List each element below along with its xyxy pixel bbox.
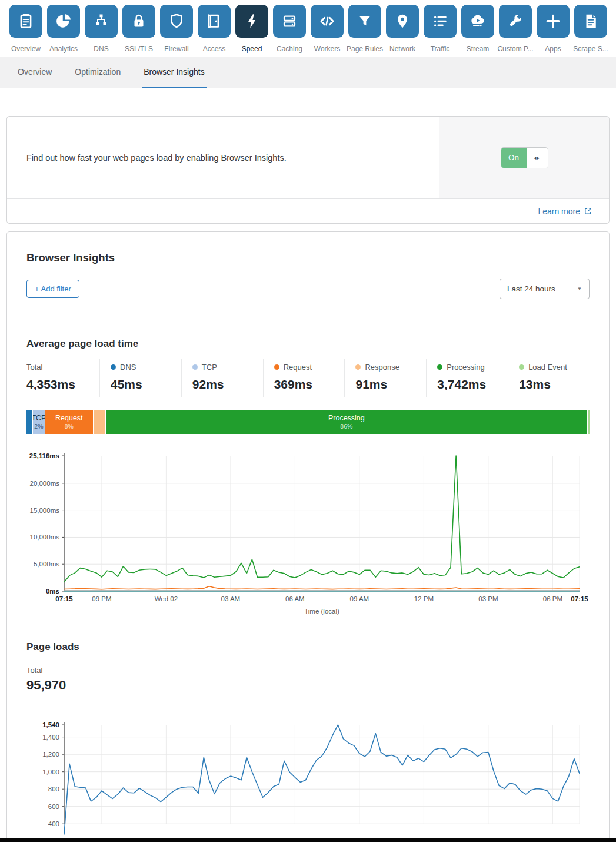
svg-text:07:15: 07:15: [571, 595, 588, 602]
nav-item-speed[interactable]: Speed: [233, 5, 271, 53]
bottom-cutoff-strip: [0, 838, 616, 842]
nav-item-label: Access: [203, 45, 226, 53]
svg-text:600: 600: [48, 803, 59, 810]
legend-dot-icon: [111, 364, 116, 370]
browser-insights-toggle[interactable]: On ◂▸: [501, 147, 548, 168]
external-link-icon: [584, 207, 592, 216]
pie-chart-icon: [47, 5, 80, 38]
nav-item-label: Network: [389, 45, 415, 53]
nav-item-label: Custom P...: [497, 45, 533, 53]
stat-value: 13ms: [519, 377, 590, 392]
shield-icon: [160, 5, 193, 38]
nav-item-firewall[interactable]: Firewall: [158, 5, 195, 53]
nav-item-label: Apps: [545, 45, 561, 53]
card-title: Browser Insights: [26, 251, 590, 264]
bar-segment-label: Request: [55, 414, 83, 423]
nav-item-label: Stream: [467, 45, 490, 53]
toggle-knob[interactable]: ◂▸: [527, 148, 548, 168]
nav-item-overview[interactable]: Overview: [7, 5, 45, 53]
page-loads-total-label: Total: [26, 666, 590, 675]
cloud-play-icon: [461, 5, 494, 38]
nav-item-dns[interactable]: DNS: [82, 5, 120, 53]
bar-segment-dns: [26, 410, 32, 434]
nav-item-analytics[interactable]: Analytics: [45, 5, 82, 53]
nav-item-scrape-s[interactable]: Scrape S...: [572, 5, 610, 53]
nav-item-caching[interactable]: Caching: [271, 5, 308, 53]
toggle-arrows-icon: ◂▸: [534, 155, 540, 161]
stat-total: Total4,353ms: [26, 359, 99, 397]
nav-item-label: Scrape S...: [573, 45, 608, 53]
bar-segment-label: Processing: [328, 414, 365, 423]
time-range-select[interactable]: Last 24 hours ▼: [500, 279, 590, 299]
funnel-icon: [348, 5, 381, 38]
bar-segment-label: TCP: [33, 414, 45, 423]
nav-item-label: SSL/TLS: [125, 45, 153, 53]
legend-dot-icon: [274, 364, 279, 370]
bar-segment-tcp: TCP2%: [33, 410, 45, 434]
stat-label: Load Event: [528, 363, 567, 372]
legend-dot-icon: [192, 364, 198, 370]
tab-overview[interactable]: Overview: [16, 57, 54, 88]
tab-browser-insights[interactable]: Browser Insights: [142, 57, 206, 88]
learn-more-label: Learn more: [538, 207, 580, 216]
stat-value: 45ms: [111, 377, 181, 392]
svg-text:09 PM: 09 PM: [92, 595, 111, 602]
load-time-breakdown-bar: TCP2%Request8%Processing86%: [26, 410, 590, 434]
stat-load-event: Load Event13ms: [508, 359, 590, 397]
nav-item-workers[interactable]: Workers: [308, 5, 346, 53]
nav-item-label: DNS: [94, 45, 108, 53]
stat-label: Total: [26, 363, 42, 372]
stat-request: Request369ms: [263, 359, 345, 397]
lightning-icon: [235, 5, 268, 38]
svg-text:5,000ms: 5,000ms: [34, 561, 59, 568]
svg-text:20,000ms: 20,000ms: [29, 480, 59, 487]
stat-value: 91ms: [355, 377, 426, 392]
svg-text:Wed 02: Wed 02: [155, 595, 178, 602]
location-pin-icon: [386, 5, 419, 38]
add-filter-button[interactable]: + Add filter: [26, 280, 79, 298]
svg-text:15,000ms: 15,000ms: [29, 507, 59, 514]
nav-item-traffic[interactable]: Traffic: [421, 5, 459, 53]
dns-tree-icon: [85, 5, 118, 38]
stat-label: Request: [284, 363, 312, 372]
bar-segment-percent: 86%: [340, 423, 352, 430]
svg-text:400: 400: [48, 820, 59, 827]
svg-text:03 PM: 03 PM: [478, 595, 498, 602]
legend-dot-icon: [437, 364, 442, 370]
avg-load-title: Average page load time: [26, 338, 590, 350]
svg-text:0ms: 0ms: [46, 588, 59, 595]
nav-item-ssl-tls[interactable]: SSL/TLS: [120, 5, 158, 53]
stat-value: 4,353ms: [26, 377, 99, 392]
server-icon: [273, 5, 306, 38]
nav-item-apps[interactable]: Apps: [534, 5, 572, 53]
toggle-on-label[interactable]: On: [501, 148, 527, 168]
svg-text:1,540: 1,540: [42, 721, 59, 728]
page-loads-title: Page loads: [26, 641, 590, 653]
svg-text:1,400: 1,400: [42, 734, 59, 741]
nav-item-stream[interactable]: Stream: [459, 5, 497, 53]
tab-optimization[interactable]: Optimization: [73, 57, 122, 88]
nav-item-access[interactable]: Access: [195, 5, 233, 53]
bar-segment-response: [94, 410, 105, 434]
nav-item-custom-p[interactable]: Custom P...: [497, 5, 534, 53]
time-range-value: Last 24 hours: [507, 284, 555, 293]
plus-icon: [537, 5, 570, 38]
nav-item-network[interactable]: Network: [384, 5, 421, 53]
document-icon: [574, 5, 607, 38]
clipboard-icon: [9, 5, 42, 38]
nav-item-page-rules[interactable]: Page Rules: [346, 5, 384, 53]
stat-label: DNS: [120, 363, 136, 372]
svg-text:Time (local): Time (local): [304, 608, 339, 615]
list-icon: [424, 5, 457, 38]
stat-value: 3,742ms: [437, 377, 508, 392]
svg-text:1,200: 1,200: [42, 751, 59, 758]
nav-item-label: Firewall: [164, 45, 188, 53]
bar-segment-percent: 2%: [34, 423, 43, 430]
stat-label: Response: [365, 363, 399, 372]
nav-item-label: Traffic: [431, 45, 450, 53]
nav-item-label: Speed: [242, 45, 262, 53]
page-loads-chart: 1,5401,4001,2001,000800600400: [26, 720, 590, 838]
stat-dns: DNS45ms: [99, 359, 181, 397]
svg-text:1,000: 1,000: [42, 768, 59, 775]
learn-more-link[interactable]: Learn more: [538, 207, 592, 216]
